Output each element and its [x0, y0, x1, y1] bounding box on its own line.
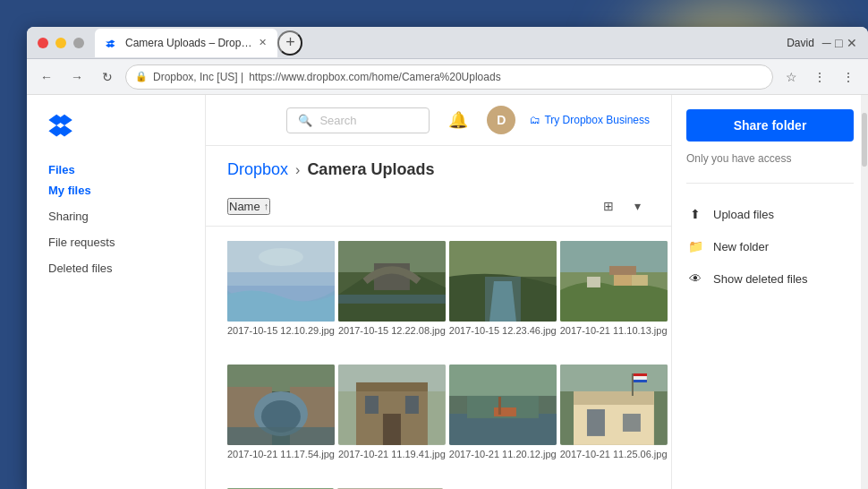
scrollbar-thumb[interactable]	[862, 113, 867, 167]
list-item[interactable]: 2017-10-15 12.10.29.jpg	[227, 241, 335, 336]
svg-rect-18	[587, 277, 600, 287]
list-item[interactable]: 2017-10-15 12.22.08.jpg	[338, 241, 446, 336]
forward-button[interactable]: →	[64, 64, 89, 90]
reload-button[interactable]: ↻	[95, 64, 120, 90]
access-text: Only you have access	[686, 152, 854, 165]
dropbox-favicon	[106, 37, 118, 49]
photo-grid-row2: 2017-10-21 11.17.54.jpg	[206, 350, 671, 474]
window-controls	[38, 38, 84, 48]
svg-rect-29	[356, 382, 428, 391]
sort-direction: ↑	[264, 201, 269, 211]
breadcrumb-current: Camera Uploads	[307, 160, 434, 179]
show-deleted-label: Show deleted files	[713, 272, 808, 286]
svg-point-5	[259, 248, 303, 266]
photo-grid-row1: 2017-10-15 12.10.29.jpg	[206, 227, 671, 350]
sidebar-item-deleted-files[interactable]: Deleted files	[27, 255, 205, 281]
tab-close-button[interactable]: ✕	[259, 37, 267, 48]
svg-rect-34	[449, 365, 557, 396]
upload-files-action[interactable]: ⬆ Upload files	[686, 198, 854, 230]
window-close-icon[interactable]: ✕	[847, 36, 857, 50]
photo-filename: 2017-10-15 12.22.08.jpg	[338, 325, 446, 336]
list-item[interactable]: 2017-10-21 11.10.13.jpg	[560, 241, 668, 336]
search-bar[interactable]: 🔍 Search	[286, 107, 430, 133]
sidebar-item-file-requests[interactable]: File requests	[27, 229, 205, 255]
url-domain: Dropbox, Inc [US] |	[153, 71, 243, 83]
photo-filename: 2017-10-15 12.23.46.jpg	[449, 325, 557, 336]
content-toolbar: Name ↑ ⊞ ▾	[206, 186, 671, 227]
browser-toolbar: ← → ↻ 🔒 Dropbox, Inc [US] | https://www.…	[27, 59, 868, 95]
svg-rect-42	[574, 391, 654, 405]
back-button[interactable]: ←	[34, 64, 59, 90]
bookmark-button[interactable]: ☆	[779, 64, 804, 90]
search-placeholder: Search	[319, 114, 356, 127]
share-folder-button[interactable]: Share folder	[686, 109, 854, 142]
address-bar[interactable]: 🔒 Dropbox, Inc [US] | https://www.dropbo…	[125, 64, 773, 90]
folder-icon: 📁	[686, 237, 704, 255]
extensions-button[interactable]: ⋮	[807, 64, 832, 90]
sidebar-item-sharing[interactable]: Sharing	[27, 203, 205, 229]
svg-rect-49	[623, 414, 641, 432]
upload-icon: ⬆	[686, 205, 704, 223]
panel-divider	[686, 183, 854, 184]
try-dropbox-business[interactable]: 🗂 Try Dropbox Business	[530, 114, 650, 126]
photo-grid-row3: 2017-10-21 11.28.xx.jpg	[206, 474, 671, 489]
svg-rect-48	[587, 409, 605, 436]
breadcrumb-root[interactable]: Dropbox	[227, 160, 288, 179]
app-topbar: 🔍 Search 🔔 D 🗂 Try Dropbox Business	[206, 95, 671, 146]
try-dropbox-label: Try Dropbox Business	[544, 114, 650, 126]
toolbar-actions: ☆ ⋮ ⋮	[779, 64, 861, 90]
url-path: https://www.dropbox.com/home/Camera%20Up…	[249, 71, 500, 83]
new-folder-action[interactable]: 📁 New folder	[686, 230, 854, 262]
window-minimize-icon[interactable]: ─	[822, 36, 831, 50]
photo-filename: 2017-10-21 11.20.12.jpg	[449, 449, 557, 459]
list-item[interactable]: 2017-10-21 11.17.54.jpg	[227, 365, 335, 459]
photo-thumbnail	[449, 241, 557, 322]
dropbox-app: Files My files Sharing File requests Del…	[27, 95, 868, 489]
svg-rect-47	[634, 380, 647, 382]
photo-filename: 2017-10-15 12.10.29.jpg	[227, 325, 335, 336]
grid-view-button[interactable]: ⊞	[596, 193, 621, 219]
list-item[interactable]: 2017-10-21 11.25.06.jpg	[560, 365, 668, 459]
sidebar-nav: Files My files Sharing File requests Del…	[27, 161, 205, 281]
photo-filename: 2017-10-21 11.25.06.jpg	[560, 449, 668, 459]
svg-rect-45	[634, 373, 647, 376]
photo-thumbnail	[560, 241, 668, 322]
sort-label: Name	[229, 200, 260, 213]
svg-rect-38	[498, 397, 501, 415]
close-button[interactable]	[38, 38, 48, 48]
maximize-button[interactable]	[73, 38, 84, 48]
new-tab-button[interactable]: +	[277, 30, 302, 56]
menu-button[interactable]: ⋮	[836, 64, 861, 90]
photo-thumbnail	[338, 241, 446, 322]
list-item[interactable]: 2017-10-21 11.20.12.jpg	[449, 365, 557, 459]
avatar[interactable]: D	[487, 106, 515, 134]
svg-rect-43	[632, 373, 634, 396]
svg-rect-46	[634, 376, 647, 380]
lock-icon: 🔒	[135, 71, 148, 82]
view-dropdown-button[interactable]: ▾	[625, 193, 650, 219]
new-folder-label: New folder	[713, 240, 769, 253]
browser-window: Camera Uploads – Drop… ✕ + David ─ □ ✕ ←…	[27, 27, 868, 489]
breadcrumb: Dropbox › Camera Uploads	[206, 146, 671, 186]
svg-rect-31	[405, 396, 419, 414]
dropbox-logo	[27, 113, 205, 161]
svg-rect-32	[383, 414, 401, 445]
notification-bell[interactable]: 🔔	[444, 106, 472, 134]
sort-by-name-button[interactable]: Name ↑	[227, 198, 270, 215]
svg-rect-30	[365, 396, 379, 414]
window-restore-icon[interactable]: □	[835, 36, 842, 50]
tab-title: Camera Uploads – Drop…	[125, 37, 251, 49]
photo-filename: 2017-10-21 11.19.41.jpg	[338, 449, 446, 459]
topbar-right: 🔍 Search 🔔 D 🗂 Try Dropbox Business	[286, 106, 650, 134]
show-deleted-action[interactable]: 👁 Show deleted files	[686, 262, 854, 295]
browser-tab[interactable]: Camera Uploads – Drop… ✕	[95, 29, 277, 57]
minimize-button[interactable]	[55, 38, 66, 48]
photo-thumbnail	[560, 365, 668, 445]
svg-rect-37	[494, 408, 516, 416]
list-item[interactable]: 2017-10-21 11.19.41.jpg	[338, 365, 446, 459]
upload-files-label: Upload files	[713, 208, 774, 221]
list-item[interactable]: 2017-10-15 12.23.46.jpg	[449, 241, 557, 336]
photo-thumbnail	[227, 241, 335, 322]
photo-filename: 2017-10-21 11.10.13.jpg	[560, 325, 668, 336]
sidebar-files-label[interactable]: Files	[27, 158, 97, 182]
